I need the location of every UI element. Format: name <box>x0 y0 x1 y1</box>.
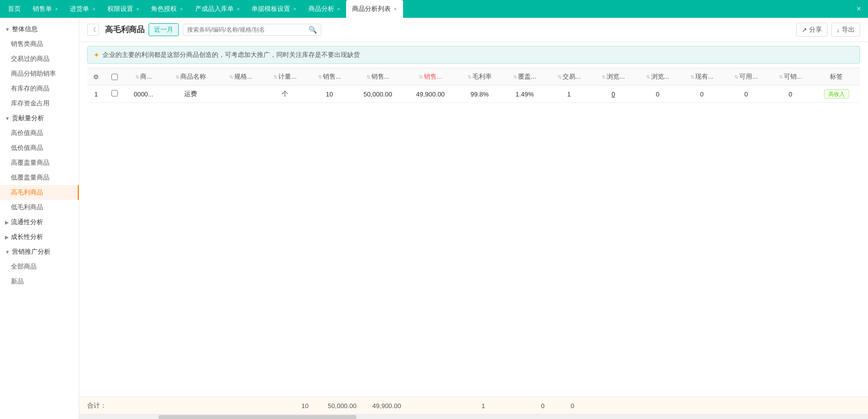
sidebar-item-all-goods[interactable]: 全部商品 <box>0 259 79 274</box>
footer-current-stock: 0 <box>558 402 587 410</box>
tab-analysis-close[interactable]: × <box>337 6 340 12</box>
tab-analysis-list[interactable]: 商品分析列表 × <box>346 0 403 18</box>
col-sales-amount-sort-icon: ⇅ <box>366 74 370 80</box>
col-salable-stock-sort-icon: ⇅ <box>779 74 783 80</box>
tab-template-close[interactable]: × <box>293 6 296 12</box>
select-all-checkbox[interactable] <box>111 74 118 80</box>
col-sales-amount-header[interactable]: ⇅ 销售... <box>352 68 404 86</box>
sidebar-group-contribution[interactable]: ▼ 贡献量分析 <box>0 111 79 126</box>
col-browse1-sort-icon: ⇅ <box>602 74 606 80</box>
tab-analysis[interactable]: 商品分析 × <box>303 0 346 18</box>
tip-icon: ✦ <box>94 51 100 59</box>
col-browse1-header[interactable]: ⇅ 浏览... <box>591 68 635 86</box>
col-code-sort-icon: ⇅ <box>135 74 139 80</box>
tab-role-close[interactable]: × <box>180 6 183 12</box>
tab-sales-close[interactable]: × <box>55 6 58 12</box>
col-sales-qty-header[interactable]: ⇅ 销售... <box>307 68 352 86</box>
settings-icon[interactable]: ⚙ <box>93 73 99 81</box>
sidebar-item-sales-goods[interactable]: 销售类商品 <box>0 37 79 51</box>
tab-purchase-label: 进货单 <box>70 4 89 13</box>
window-close-button[interactable]: × <box>852 4 866 13</box>
tab-analysis-list-close[interactable]: × <box>394 6 397 12</box>
row-checkbox[interactable] <box>111 90 118 96</box>
sidebar-item-low-margin[interactable]: 低毛利商品 <box>0 200 79 215</box>
col-browse2-sort-icon: ⇅ <box>646 74 650 80</box>
col-available-stock-sort-icon: ⇅ <box>734 74 738 80</box>
col-coverage-sort-icon: ⇅ <box>513 74 517 80</box>
sidebar-item-stock-capital[interactable]: 库存资金占用 <box>0 96 79 111</box>
sidebar-group-overall[interactable]: ▼ 整体信息 <box>0 22 79 37</box>
scrollbar-thumb[interactable] <box>158 415 357 419</box>
sidebar-item-stocked-goods[interactable]: 有库存的商品 <box>0 81 79 96</box>
tab-permission-label: 权限设置 <box>107 4 133 13</box>
col-name-header[interactable]: ⇅ 商品名称 <box>163 68 218 86</box>
col-current-stock-header[interactable]: ⇅ 现有... <box>680 68 724 86</box>
tab-role[interactable]: 角色授权 × <box>145 0 189 18</box>
cell-current-stock: 0 <box>680 86 724 103</box>
col-coverage-header[interactable]: ⇅ 覆盖... <box>503 68 547 86</box>
tab-product-inbound-close[interactable]: × <box>237 6 240 12</box>
tab-home[interactable]: 首页 <box>2 0 27 18</box>
tab-analysis-label: 商品分析 <box>308 4 334 13</box>
arrow-icon-5: ▼ <box>5 249 10 255</box>
filter-recent-month[interactable]: 近一月 <box>149 23 179 36</box>
search-input[interactable] <box>187 26 308 33</box>
sidebar-item-distribution-rate[interactable]: 商品分销助销率 <box>0 66 79 81</box>
footer-sales-qty: 10 <box>290 402 320 410</box>
info-banner: ✦ 企业的主要的利润都是这部分商品创造的，可考虑加大推广，同时关注库存是不要出现… <box>87 46 860 64</box>
sidebar-group-liquidity-label: 流通性分析 <box>11 218 43 227</box>
col-checkbox-header <box>105 68 124 86</box>
cell-sales-qty: 10 <box>307 86 352 103</box>
footer-total-bar: 合计： 10 50,000.00 49,900.00 1 0 0 <box>79 397 868 414</box>
col-spec-sort-icon: ⇅ <box>229 74 233 80</box>
sidebar: ▼ 整体信息 销售类商品 交易过的商品 商品分销助销率 有库存的商品 库存资金占… <box>0 18 79 419</box>
sidebar-item-high-value[interactable]: 高价值商品 <box>0 126 79 140</box>
tab-purchase[interactable]: 进货单 × <box>64 0 101 18</box>
table-wrapper: ⚙ ⇅ 商... <box>79 68 868 397</box>
browse1-link[interactable]: 0 <box>612 91 615 98</box>
col-gross-margin-header[interactable]: ⇅ 毛利率 <box>457 68 503 86</box>
tab-permission[interactable]: 权限设置 × <box>102 0 145 18</box>
cell-name: 运费 <box>163 86 218 103</box>
search-box[interactable]: 🔍 <box>183 24 321 36</box>
cell-gross-margin: 99.8% <box>457 86 503 103</box>
tab-template-label: 单据模板设置 <box>252 4 290 13</box>
tab-permission-close[interactable]: × <box>136 6 139 12</box>
col-sales-profit-header[interactable]: ⇅ 销售... <box>404 68 457 86</box>
cell-spec <box>219 86 263 103</box>
sidebar-item-low-coverage[interactable]: 低覆盖量商品 <box>0 170 79 185</box>
sidebar-group-marketing-label: 营销推广分析 <box>12 247 51 256</box>
col-spec-header[interactable]: ⇅ 规格... <box>219 68 263 86</box>
info-banner-text: 企业的主要的利润都是这部分商品创造的，可考虑加大推广，同时关注库存是不要出现缺货 <box>102 50 360 59</box>
sidebar-item-traded-goods[interactable]: 交易过的商品 <box>0 51 79 66</box>
sidebar-item-low-value[interactable]: 低价值商品 <box>0 140 79 155</box>
search-icon[interactable]: 🔍 <box>308 26 317 34</box>
col-available-stock-header[interactable]: ⇅ 可用... <box>724 68 768 86</box>
tag-badge: 高收入 <box>824 90 849 98</box>
sidebar-collapse-button[interactable]: 《 <box>87 24 99 36</box>
col-browse2-header[interactable]: ⇅ 浏览... <box>635 68 679 86</box>
sidebar-group-marketing[interactable]: ▼ 营销推广分析 <box>0 244 79 259</box>
share-button[interactable]: ↗ 分享 <box>796 23 827 37</box>
sidebar-item-new-goods[interactable]: 新品 <box>0 274 79 289</box>
tab-sales[interactable]: 销售单 × <box>27 0 64 18</box>
sidebar-item-high-margin[interactable]: 高毛利商品 <box>0 185 79 200</box>
col-code-header[interactable]: ⇅ 商... <box>124 68 163 86</box>
cell-checkbox[interactable] <box>105 86 124 103</box>
table-row: 1 0000... 运费 个 10 50,000.00 49,900.00 99… <box>87 86 860 103</box>
cell-unit: 个 <box>263 86 307 103</box>
sidebar-group-liquidity[interactable]: ▶ 流通性分析 <box>0 215 79 230</box>
tab-template[interactable]: 单据模板设置 × <box>246 0 302 18</box>
col-salable-stock-header[interactable]: ⇅ 可销... <box>768 68 813 86</box>
cell-browse1[interactable]: 0 <box>591 86 635 103</box>
footer-transaction: 1 <box>468 402 498 410</box>
tab-product-inbound[interactable]: 产成品入库单 × <box>189 0 246 18</box>
col-unit-header[interactable]: ⇅ 计量... <box>263 68 307 86</box>
tab-purchase-close[interactable]: × <box>92 6 95 12</box>
export-button[interactable]: ↓ 导出 <box>831 23 861 37</box>
col-transaction-header[interactable]: ⇅ 交易... <box>547 68 591 86</box>
sidebar-group-growth[interactable]: ▶ 成长性分析 <box>0 230 79 244</box>
sidebar-item-high-coverage[interactable]: 高覆盖量商品 <box>0 155 79 170</box>
data-table: ⚙ ⇅ 商... <box>87 68 860 103</box>
horizontal-scrollbar[interactable] <box>79 414 868 419</box>
